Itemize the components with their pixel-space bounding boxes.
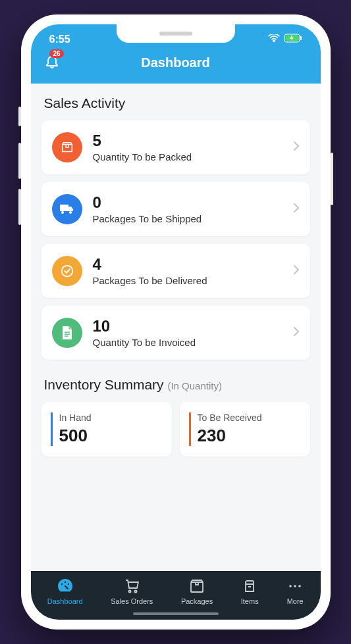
truck-icon [52, 194, 82, 224]
tab-label: Items [241, 597, 259, 605]
inventory-summary-section: Inventory Summary (In Quantity) In Hand … [41, 377, 310, 457]
status-time: 6:55 [49, 34, 70, 45]
tab-sales-orders[interactable]: Sales Orders [111, 578, 153, 605]
svg-point-5 [64, 582, 65, 583]
card-label: Packages To be Shipped [93, 213, 283, 224]
tab-items[interactable]: Items [241, 578, 259, 605]
main-content: Sales Activity 5 Quantity To be Packed 0… [31, 84, 321, 571]
inventory-summary-title: Inventory Summary (In Quantity) [41, 377, 310, 393]
inventory-label: In Hand [59, 412, 163, 423]
phone-volume-down [18, 189, 21, 225]
page-title: Dashboard [141, 55, 209, 70]
phone-volume-up [18, 143, 21, 179]
cart-icon [123, 578, 140, 595]
tab-label: Sales Orders [111, 597, 153, 605]
phone-notch [117, 24, 235, 43]
tab-label: Packages [181, 597, 213, 605]
svg-point-4 [61, 583, 62, 585]
invoice-icon [52, 318, 82, 348]
packages-icon [188, 578, 205, 595]
inventory-in-hand-card[interactable]: In Hand 500 [41, 402, 172, 457]
svg-point-11 [294, 585, 296, 587]
tab-label: More [287, 597, 304, 605]
svg-point-10 [289, 585, 292, 587]
notification-badge: 26 [49, 49, 63, 58]
dashboard-icon [57, 578, 74, 595]
inventory-value: 500 [59, 426, 163, 446]
more-icon [286, 578, 304, 595]
card-to-be-shipped[interactable]: 0 Packages To be Shipped [41, 182, 310, 236]
card-value: 5 [93, 132, 283, 149]
card-value: 4 [93, 256, 283, 273]
svg-rect-2 [300, 36, 302, 40]
phone-frame: 6:55 26 Dashboard Sales Activity [21, 14, 331, 630]
card-to-be-delivered[interactable]: 4 Packages To be Delivered [41, 244, 310, 298]
home-indicator [133, 612, 219, 615]
check-circle-icon [52, 256, 82, 286]
phone-power-button [331, 153, 333, 205]
inventory-summary-suffix: (In Quantity) [167, 380, 222, 391]
svg-point-12 [298, 585, 301, 587]
inventory-label: To Be Received [198, 412, 301, 423]
inventory-value: 230 [198, 426, 301, 446]
tab-packages[interactable]: Packages [181, 578, 213, 605]
card-value: 10 [93, 318, 283, 335]
card-label: Quantity To be Packed [93, 151, 283, 162]
app-header: 26 Dashboard [31, 47, 321, 84]
package-icon [52, 132, 82, 162]
tab-more[interactable]: More [286, 578, 304, 605]
tab-label: Dashboard [47, 597, 83, 605]
card-to-be-packed[interactable]: 5 Quantity To be Packed [41, 120, 310, 174]
battery-icon [284, 34, 302, 45]
svg-point-3 [61, 266, 72, 277]
chevron-right-icon [293, 326, 300, 339]
chevron-right-icon [293, 264, 300, 278]
svg-point-8 [135, 590, 137, 592]
sales-activity-title: Sales Activity [41, 95, 310, 111]
inventory-to-be-received-card[interactable]: To Be Received 230 [180, 402, 310, 457]
card-label: Packages To be Delivered [93, 275, 283, 286]
card-to-be-invoiced[interactable]: 10 Quantity To be Invoiced [41, 306, 310, 360]
wifi-icon [268, 34, 280, 45]
chevron-right-icon [293, 141, 300, 154]
card-label: Quantity To be Invoiced [93, 337, 283, 348]
items-icon [241, 578, 258, 595]
svg-rect-9 [191, 582, 203, 592]
chevron-right-icon [293, 203, 300, 216]
notification-button[interactable]: 26 [44, 53, 60, 72]
tab-dashboard[interactable]: Dashboard [47, 578, 83, 605]
card-value: 0 [93, 194, 283, 211]
svg-point-6 [67, 583, 68, 585]
phone-mute-switch [18, 107, 21, 126]
svg-point-7 [129, 590, 131, 592]
